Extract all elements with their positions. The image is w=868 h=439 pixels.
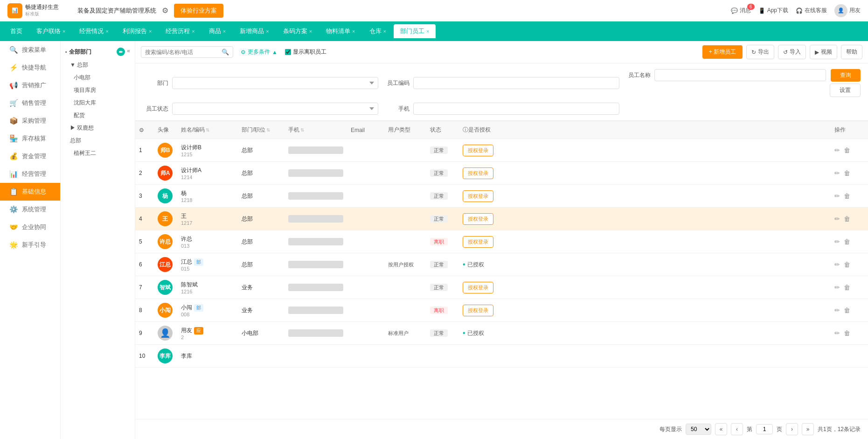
sidebar-item-collab[interactable]: 🤝企业协同 xyxy=(0,218,60,236)
auth-button[interactable]: 授权登录 xyxy=(463,213,493,225)
edit-icon[interactable]: ✏ xyxy=(834,329,840,337)
delete-icon[interactable]: 🗑 xyxy=(844,238,850,245)
emp-name-input[interactable] xyxy=(654,69,826,81)
edit-icon[interactable]: ✏ xyxy=(834,307,840,314)
delete-icon[interactable]: 🗑 xyxy=(844,261,850,268)
last-page-btn[interactable]: » xyxy=(802,423,814,435)
nav-tab-仓库[interactable]: 仓库 × xyxy=(363,24,393,38)
nav-tab-物料清单[interactable]: 物料清单 × xyxy=(319,24,361,38)
nav-tab-首页[interactable]: 首页 xyxy=(4,24,29,38)
nav-tab-利润报告[interactable]: 利润报告 × xyxy=(116,24,158,38)
trial-button[interactable]: 体验行业方案 xyxy=(174,4,223,18)
th-dept[interactable]: 部门/职位 ⇅ xyxy=(238,121,285,139)
delete-icon[interactable]: 🗑 xyxy=(844,307,850,314)
auth-button[interactable]: 授权登录 xyxy=(463,190,493,202)
dept-item-沈阳大库[interactable]: 沈阳大库 xyxy=(61,97,135,109)
sidebar-item-marketing[interactable]: 📢营销推广 xyxy=(0,77,60,94)
query-button[interactable]: 查询 xyxy=(831,69,861,82)
user-item[interactable]: 👤 用友 xyxy=(834,4,861,17)
sidebar-item-inventory[interactable]: 🏪库存核算 xyxy=(0,130,60,147)
auth-button[interactable]: 授权登录 xyxy=(463,282,493,293)
next-page-btn[interactable]: › xyxy=(786,423,798,435)
export-button[interactable]: ↻ 导出 xyxy=(746,45,774,59)
delete-icon[interactable]: 🗑 xyxy=(844,146,850,154)
online-service-item[interactable]: 🎧 在线客服 xyxy=(796,7,827,14)
more-conditions-btn[interactable]: ⚙ 更多条件 ▲ xyxy=(237,46,281,58)
sidebar-item-system[interactable]: ⚙️系统管理 xyxy=(0,201,60,218)
nav-tab-部门员工[interactable]: 部门员工 × xyxy=(394,24,436,38)
nav-tab-新增商品[interactable]: 新增商品 × xyxy=(233,24,275,38)
search-input[interactable] xyxy=(145,49,220,56)
tab-close-icon[interactable]: × xyxy=(266,28,269,34)
delete-icon[interactable]: 🗑 xyxy=(844,169,850,177)
emp-code-input[interactable] xyxy=(413,77,619,89)
message-icon-item[interactable]: 💬 消息 6 xyxy=(731,7,751,14)
auth-button[interactable]: 授权登录 xyxy=(463,236,493,248)
tab-close-icon[interactable]: × xyxy=(309,28,312,34)
set-button[interactable]: 设置 xyxy=(830,84,861,97)
tab-close-icon[interactable]: × xyxy=(105,28,108,34)
edit-icon[interactable]: ✏ xyxy=(834,284,840,291)
th-settings[interactable]: ⚙ xyxy=(135,121,154,139)
edit-icon[interactable]: ✏ xyxy=(834,261,840,268)
dept-item-小电部[interactable]: 小电部 xyxy=(61,71,135,84)
show-resigned-checkbox[interactable]: 显示离职员工 xyxy=(285,48,326,56)
first-page-btn[interactable]: « xyxy=(715,423,727,435)
tab-close-icon[interactable]: × xyxy=(149,28,152,34)
auth-button[interactable]: 授权登录 xyxy=(463,305,493,316)
auth-button[interactable]: 授权登录 xyxy=(463,167,493,179)
tab-close-icon[interactable]: × xyxy=(426,28,429,34)
edit-icon[interactable]: ✏ xyxy=(834,146,840,154)
dept-select[interactable] xyxy=(172,77,378,89)
dept-tag[interactable]: ✏ xyxy=(117,48,125,56)
sidebar-item-finance[interactable]: 💰资金管理 xyxy=(0,147,60,165)
settings-button[interactable]: ⚙ xyxy=(160,4,170,17)
sidebar-item-basic[interactable]: 📋基础信息 xyxy=(0,183,60,201)
edit-icon[interactable]: ✏ xyxy=(834,238,840,245)
nav-tab-条码方案[interactable]: 条码方案 × xyxy=(277,24,319,38)
phone-input[interactable] xyxy=(413,103,619,115)
nav-tab-客户联络[interactable]: 客户联络 × xyxy=(30,24,72,38)
tab-close-icon[interactable]: × xyxy=(383,28,386,34)
tab-close-icon[interactable]: × xyxy=(352,28,355,34)
dept-item-总部[interactable]: 总部 xyxy=(61,134,135,147)
dept-item-总部[interactable]: ▼ 总部 xyxy=(61,59,135,71)
import-button[interactable]: ↺ 导入 xyxy=(778,45,806,59)
sidebar-item-search[interactable]: 🔍搜索菜单 xyxy=(0,41,60,59)
sidebar-item-operations[interactable]: 📊经营管理 xyxy=(0,165,60,183)
edit-icon[interactable]: ✏ xyxy=(834,192,840,200)
status-select[interactable] xyxy=(172,103,378,115)
nav-tab-经营情况[interactable]: 经营情况 × xyxy=(73,24,115,38)
sidebar-item-guide[interactable]: 🌟新手引导 xyxy=(0,236,60,254)
app-download-item[interactable]: 📱 App下载 xyxy=(758,7,788,14)
show-resigned-input[interactable] xyxy=(285,49,291,55)
dept-item-配货[interactable]: 配货 xyxy=(61,109,135,122)
edit-icon[interactable]: ✏ xyxy=(834,169,840,177)
prev-page-btn[interactable]: ‹ xyxy=(731,423,743,435)
sidebar-item-sales[interactable]: 🛒销售管理 xyxy=(0,94,60,112)
delete-icon[interactable]: 🗑 xyxy=(844,192,850,200)
delete-icon[interactable]: 🗑 xyxy=(844,284,850,291)
delete-icon[interactable]: 🗑 xyxy=(844,215,850,223)
sidebar-item-purchase[interactable]: 📦采购管理 xyxy=(0,112,60,130)
tab-close-icon[interactable]: × xyxy=(192,28,194,34)
per-page-select[interactable]: 50 100 xyxy=(686,424,711,435)
nav-tab-经营历程[interactable]: 经营历程 × xyxy=(159,24,201,38)
nav-tab-商品[interactable]: 商品 × xyxy=(202,24,232,38)
tab-close-icon[interactable]: × xyxy=(223,28,226,34)
page-number-input[interactable] xyxy=(756,424,773,434)
edit-icon[interactable]: ✏ xyxy=(834,215,840,223)
tab-close-icon[interactable]: × xyxy=(62,28,65,34)
dept-item-项目库房[interactable]: 项目库房 xyxy=(61,84,135,97)
auth-button[interactable]: 授权登录 xyxy=(463,145,493,156)
dept-item-双鹿想[interactable]: ▶ 双鹿想 xyxy=(61,122,135,134)
dept-item-植树王二[interactable]: 植树王二 xyxy=(61,147,135,160)
th-phone[interactable]: 手机 ⇅ xyxy=(285,121,347,139)
help-button[interactable]: 帮助 xyxy=(841,45,862,59)
view-button[interactable]: ▶ 视频 xyxy=(810,45,837,59)
delete-icon[interactable]: 🗑 xyxy=(844,329,850,337)
new-employee-button[interactable]: + 新增员工 xyxy=(702,45,743,59)
th-name[interactable]: 姓名/编码 ⇅ xyxy=(177,121,238,139)
dept-collapse-icon[interactable]: « xyxy=(127,48,130,56)
sidebar-item-shortcut[interactable]: ⚡快捷导航 xyxy=(0,59,60,77)
